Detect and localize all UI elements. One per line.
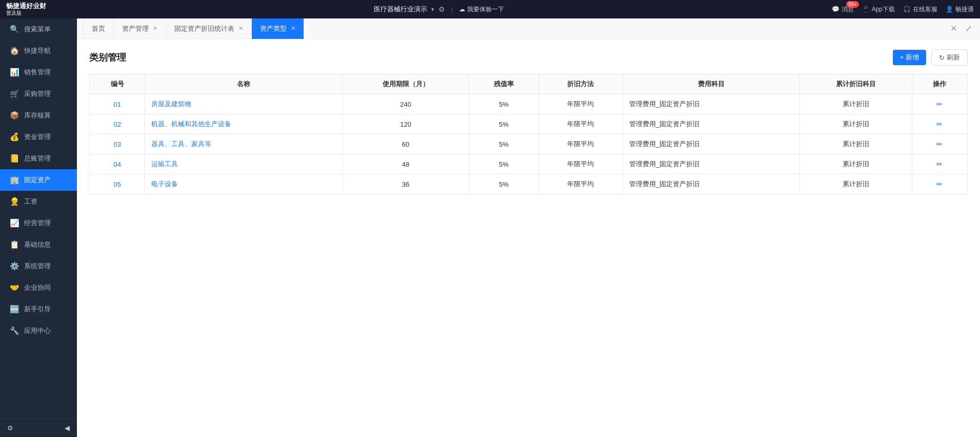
sidebar-item-payroll[interactable]: 👷 工资 [0,191,77,212]
tab-depreciation[interactable]: 固定资产折旧统计表 ✕ [166,18,252,39]
cell-period: 60 [343,134,469,154]
payroll-icon: 👷 [10,197,19,206]
sidebar-label-collab: 企业协同 [24,283,51,292]
cell-code: 05 [90,174,145,194]
tab-assettype-close[interactable]: ✕ [291,25,295,32]
sales-icon: 📊 [10,68,19,77]
cell-accumulated: 累计折旧 [799,174,912,194]
sidebar-item-search[interactable]: 🔍 搜索菜单 [0,18,77,40]
cell-expense: 管理费用_固定资产折旧 [623,114,799,134]
cell-name: 机器、机械和其他生产设备 [145,114,343,134]
page-actions: + 新增 ↻ 刷新 [893,49,968,66]
sidebar-item-ledger[interactable]: 📒 总账管理 [0,148,77,169]
company-name[interactable]: 医疗器械行业演示 [374,5,427,14]
edit-icon[interactable]: ✏ [936,120,943,128]
inventory-icon: 📦 [10,111,19,120]
asset-table: 编号 名称 使用期限（月） 残值率 折旧方法 费用科目 累计折旧科目 操作 01… [89,74,968,194]
service-label: 在线客服 [913,5,937,14]
table-row: 05 电子设备 36 5% 年限平均 管理费用_固定资产折旧 累计折旧 ✏ [90,174,968,194]
purchase-icon: 🛒 [10,89,19,98]
expand-icon[interactable]: ⤢ [963,22,974,35]
cell-period: 48 [343,154,469,174]
cell-action[interactable]: ✏ [912,154,967,174]
cell-period: 120 [343,114,469,134]
sidebar-item-purchase[interactable]: 🛒 采购管理 [0,83,77,105]
sidebar: 🔍 搜索菜单 🏠 快捷导航 📊 销售管理 🛒 采购管理 📦 库存核算 💰 资金管… [0,18,77,437]
cell-code: 02 [90,114,145,134]
collapse-icon[interactable]: ◀ [65,424,70,432]
sidebar-item-sysadmin[interactable]: ⚙️ 系统管理 [0,255,77,277]
service-action[interactable]: 🎧 在线客服 [903,5,937,14]
cell-accumulated: 累计折旧 [799,134,912,154]
sidebar-item-baseinfo[interactable]: 📋 基础信息 [0,234,77,255]
cell-method: 年限平均 [538,114,623,134]
refresh-button[interactable]: ↻ 刷新 [931,49,968,66]
sidebar-label-baseinfo: 基础信息 [24,240,51,249]
home-icon: 🏠 [10,46,19,55]
new-button[interactable]: + 新增 [893,50,926,65]
edit-icon[interactable]: ✏ [936,140,943,148]
cell-period: 36 [343,174,469,194]
sidebar-item-capital[interactable]: 💰 资金管理 [0,126,77,148]
cell-accumulated: 累计折旧 [799,94,912,114]
app-download-action[interactable]: 📱 App下载 [862,5,895,14]
cell-action[interactable]: ✏ [912,94,967,114]
tab-assetmgmt-label: 资产管理 [122,24,149,33]
tab-assettype[interactable]: 资产类型 ✕ [252,18,304,39]
tab-depreciation-close[interactable]: ✕ [238,25,243,32]
sidebar-item-guide[interactable]: 🆕 新手引导 [0,299,77,320]
edit-icon[interactable]: ✏ [936,180,943,188]
col-code: 编号 [90,74,145,94]
close-window-icon[interactable]: ✕ [948,22,959,35]
user-action[interactable]: 👤 畅捷通 [946,5,974,14]
cell-action[interactable]: ✏ [912,174,967,194]
cell-accumulated: 累计折旧 [799,114,912,134]
cell-method: 年限平均 [538,174,623,194]
top-bar-center: 医疗器械行业演示 ▾ ⚙ | ☁ 我要体验一下 [374,5,504,14]
tab-assetmgmt-close[interactable]: ✕ [153,25,157,32]
cell-code: 01 [90,94,145,114]
sidebar-label-sales: 销售管理 [24,68,51,77]
sidebar-label-appcenter: 应用中心 [24,326,51,335]
sidebar-item-operations[interactable]: 📈 经营管理 [0,212,77,234]
sidebar-label-capital: 资金管理 [24,132,51,142]
edit-icon[interactable]: ✏ [936,160,943,168]
cell-expense: 管理费用_固定资产折旧 [623,134,799,154]
cell-code: 03 [90,134,145,154]
fixedasset-icon: 🏢 [10,175,19,185]
sidebar-label-guide: 新手引导 [24,305,51,314]
message-action[interactable]: 💬 消息 99+ [832,5,854,14]
page-content: 类别管理 + 新增 ↻ 刷新 编号 名称 使用期限（月） 残值率 [77,39,980,437]
operations-icon: 📈 [10,218,19,228]
cell-name: 房屋及建筑物 [145,94,343,114]
sidebar-item-fixedasset[interactable]: 🏢 固定资产 [0,169,77,191]
sidebar-bottom: ⚙ ◀ [0,419,77,437]
tab-home[interactable]: 首页 [83,18,114,39]
tab-assetmgmt[interactable]: 资产管理 ✕ [114,18,166,39]
content-area: 首页 资产管理 ✕ 固定资产折旧统计表 ✕ 资产类型 ✕ ✕ ⤢ 类别管理 [77,18,980,437]
guide-icon: 🆕 [10,305,19,314]
cell-residual: 5% [469,154,538,174]
tab-home-label: 首页 [92,24,105,33]
sidebar-item-collab[interactable]: 🤝 企业协同 [0,277,77,299]
cell-expense: 管理费用_固定资产折旧 [623,174,799,194]
col-method: 折旧方法 [538,74,623,94]
cell-action[interactable]: ✏ [912,134,967,154]
app-label: App下载 [872,5,895,14]
experience-label[interactable]: ☁ 我要体验一下 [459,5,504,14]
col-name: 名称 [145,74,343,94]
sidebar-item-sales[interactable]: 📊 销售管理 [0,62,77,83]
edit-icon[interactable]: ✏ [936,100,943,108]
table-row: 04 运输工具 48 5% 年限平均 管理费用_固定资产折旧 累计折旧 ✏ [90,154,968,174]
sidebar-item-appcenter[interactable]: 🔧 应用中心 [0,320,77,342]
chevron-down-icon[interactable]: ▾ [431,6,434,13]
cell-name: 电子设备 [145,174,343,194]
cell-expense: 管理费用_固定资产折旧 [623,94,799,114]
col-residual: 残值率 [469,74,538,94]
cell-action[interactable]: ✏ [912,114,967,134]
gear-icon[interactable]: ⚙ [438,5,445,13]
settings-icon[interactable]: ⚙ [7,424,13,432]
search-icon: 🔍 [10,25,19,34]
sidebar-item-inventory[interactable]: 📦 库存核算 [0,105,77,126]
sidebar-item-quicknav[interactable]: 🏠 快捷导航 [0,40,77,62]
